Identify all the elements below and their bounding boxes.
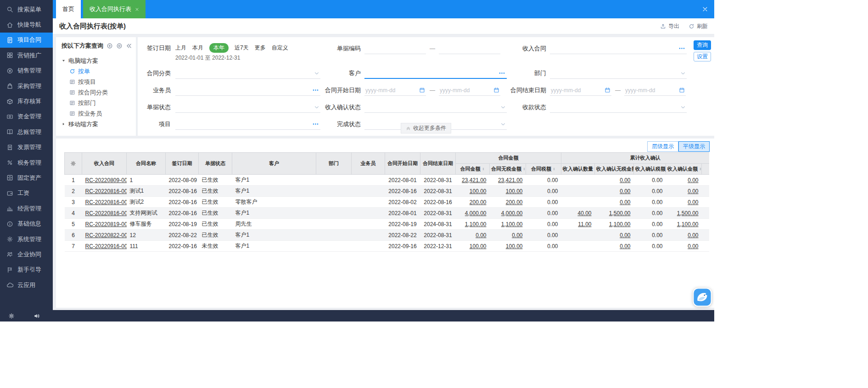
cell-amount_notax[interactable]: 200.00 bbox=[490, 197, 526, 208]
col-header-contract_no[interactable]: 收入合同 bbox=[82, 153, 127, 175]
scheme-item-by-department[interactable]: 按部门 bbox=[62, 98, 132, 108]
scheme-item-by-order[interactable]: 按单 bbox=[62, 66, 132, 77]
cell-contract_no[interactable]: RC-20220819-001 bbox=[82, 219, 127, 230]
col-header-end_date[interactable]: 合同结束日期 bbox=[420, 153, 456, 175]
cell-confirm_amount[interactable]: 0.00 bbox=[666, 186, 702, 197]
cell-amount_notax[interactable]: 100.00 bbox=[490, 241, 526, 252]
sidebar-item-inventory[interactable]: 库存核算 bbox=[0, 94, 53, 109]
settings-button[interactable]: 设置 bbox=[694, 52, 711, 61]
cell-confirm_notax[interactable]: 1,500.00 bbox=[595, 208, 634, 219]
cell-clipped_col[interactable]: 0.00 bbox=[702, 186, 710, 197]
refresh-button[interactable]: 刷新 bbox=[689, 22, 708, 30]
department-select[interactable] bbox=[550, 68, 687, 79]
sidebar-item-system[interactable]: 系统管理 bbox=[0, 232, 53, 247]
cell-amount[interactable]: 100.00 bbox=[456, 241, 490, 252]
sidebar-item-ledger[interactable]: 总账管理 bbox=[0, 124, 53, 139]
col-header-contract_name[interactable]: 合同名称 bbox=[127, 153, 166, 175]
cell-confirm_amount[interactable]: 0.00 bbox=[666, 230, 702, 241]
col-header-clipped_col[interactable]: 收 bbox=[702, 164, 710, 175]
calendar-icon[interactable] bbox=[605, 87, 610, 93]
cell-clipped_col[interactable]: 0.00 bbox=[702, 219, 710, 230]
project-input[interactable] bbox=[175, 119, 320, 130]
cell-confirm_notax[interactable]: 0.00 bbox=[595, 175, 634, 186]
cell-confirm_amount[interactable]: 1,100.00 bbox=[666, 219, 702, 230]
scheme-item-by-project[interactable]: 按项目 bbox=[62, 77, 132, 87]
tab-home[interactable]: 首页 bbox=[56, 0, 81, 18]
sidebar-item-invoice[interactable]: 发票管理 bbox=[0, 140, 53, 155]
add-scheme-icon[interactable] bbox=[106, 43, 113, 49]
contract-start-from-input[interactable]: yyyy-mm-dd bbox=[364, 85, 426, 96]
collapse-filters-button[interactable]: 收起更多条件 bbox=[401, 123, 451, 133]
sidebar-item-fixed-assets[interactable]: 固定资产 bbox=[0, 170, 53, 185]
more-options-icon[interactable] bbox=[498, 70, 505, 77]
doc-code-from-input[interactable] bbox=[364, 43, 426, 54]
column-settings-header[interactable] bbox=[65, 153, 82, 175]
assistant-button[interactable] bbox=[693, 288, 712, 307]
col-header-confirm_tax[interactable]: 收入确认税额 bbox=[634, 164, 666, 175]
cell-confirm_notax[interactable]: 0.00 bbox=[595, 186, 634, 197]
income-contract-input[interactable] bbox=[550, 43, 687, 54]
sign-date-option-4[interactable]: 更多 bbox=[255, 44, 266, 52]
col-header-salesperson[interactable]: 业务员 bbox=[352, 153, 385, 175]
cell-contract_no[interactable]: RC-20220809-001 bbox=[82, 175, 127, 186]
col-header-tax[interactable]: 合同税额 bbox=[526, 164, 561, 175]
calendar-icon[interactable] bbox=[419, 87, 425, 93]
sidebar-item-sales[interactable]: 销售管理 bbox=[0, 63, 53, 78]
col-header-confirm_qty[interactable]: 收入确认数量 bbox=[561, 164, 595, 175]
cell-confirm_qty[interactable]: 11.00 bbox=[561, 219, 595, 230]
close-icon[interactable] bbox=[702, 6, 708, 12]
gear-icon[interactable] bbox=[8, 313, 15, 319]
col-header-amount[interactable]: 合同金额 bbox=[456, 164, 490, 175]
cell-amount[interactable]: 0.00 bbox=[456, 230, 490, 241]
sidebar-item-cloud-apps[interactable]: 云应用 bbox=[0, 277, 53, 293]
scheme-group-mobile[interactable]: 移动端方案 bbox=[62, 119, 132, 129]
sidebar-item-tax[interactable]: 税务管理 bbox=[0, 155, 53, 170]
col-header-customer[interactable]: 客户 bbox=[232, 153, 316, 175]
tab-income-contract-report[interactable]: 收入合同执行表 bbox=[83, 0, 146, 18]
cell-confirm_notax[interactable]: 0.00 bbox=[595, 197, 634, 208]
cell-clipped_col[interactable]: 0.00 bbox=[702, 230, 710, 241]
export-button[interactable]: 导出 bbox=[660, 22, 679, 30]
cell-amount_notax[interactable]: 100.00 bbox=[490, 186, 526, 197]
col-header-doc_status[interactable]: 单据状态 bbox=[199, 153, 232, 175]
calendar-icon[interactable] bbox=[493, 87, 499, 93]
sign-date-option-3[interactable]: 近7天 bbox=[235, 44, 249, 52]
sidebar-item-quick-nav[interactable]: 快捷导航 bbox=[0, 17, 53, 32]
doc-code-to-input[interactable] bbox=[439, 43, 500, 54]
col-header-department[interactable]: 部门 bbox=[316, 153, 352, 175]
salesperson-input[interactable] bbox=[175, 85, 320, 96]
sidebar-item-operations[interactable]: 经营管理 bbox=[0, 201, 53, 216]
cell-confirm_amount[interactable]: 0.00 bbox=[666, 175, 702, 186]
contract-start-to-input[interactable]: yyyy-mm-dd bbox=[439, 85, 500, 96]
collapse-panel-icon[interactable] bbox=[126, 43, 132, 49]
sidebar-item-marketing[interactable]: 营销推广 bbox=[0, 48, 53, 63]
sign-date-option-1[interactable]: 本月 bbox=[192, 44, 203, 52]
cell-confirm_notax[interactable]: 1,100.00 bbox=[595, 219, 634, 230]
receive-status-select[interactable] bbox=[550, 102, 687, 113]
cell-contract_no[interactable]: RC-20220916-001 bbox=[82, 241, 127, 252]
cell-amount[interactable]: 23,421.00 bbox=[456, 175, 490, 186]
cell-clipped_col[interactable]: 0.00 bbox=[702, 175, 710, 186]
sign-date-option-2[interactable]: 本年 bbox=[209, 43, 229, 53]
sidebar-item-basic-info[interactable]: 基础信息 bbox=[0, 216, 53, 231]
cell-confirm_notax[interactable]: 0.00 bbox=[595, 230, 634, 241]
announcement-volume-icon[interactable] bbox=[34, 313, 40, 319]
more-options-icon[interactable] bbox=[312, 121, 319, 127]
cell-confirm_amount[interactable]: 1,500.00 bbox=[666, 208, 702, 219]
cell-amount_notax[interactable]: 0.00 bbox=[490, 230, 526, 241]
scheme-group-pc[interactable]: 电脑端方案 bbox=[62, 55, 132, 66]
col-header-sign_date[interactable]: 签订日期 bbox=[166, 153, 199, 175]
view-toggle-flat[interactable]: 平级显示 bbox=[678, 141, 710, 152]
sign-date-option-0[interactable]: 上月 bbox=[175, 44, 186, 52]
sidebar-item-search-menu[interactable]: 搜索菜单 bbox=[0, 2, 53, 17]
cell-contract_no[interactable]: RC-20220822-001 bbox=[82, 230, 127, 241]
income-confirm-status-select[interactable] bbox=[364, 102, 507, 113]
sidebar-item-project-contract[interactable]: 项目合同 bbox=[0, 33, 53, 48]
tab-close-icon[interactable] bbox=[135, 7, 139, 11]
cell-clipped_col[interactable]: 0.00 bbox=[702, 208, 710, 219]
doc-status-select[interactable] bbox=[175, 102, 320, 113]
more-options-icon[interactable] bbox=[312, 87, 319, 94]
cell-clipped_col[interactable]: 0.00 bbox=[702, 197, 710, 208]
cell-amount[interactable]: 1,100.00 bbox=[456, 219, 490, 230]
cell-amount[interactable]: 100.00 bbox=[456, 186, 490, 197]
